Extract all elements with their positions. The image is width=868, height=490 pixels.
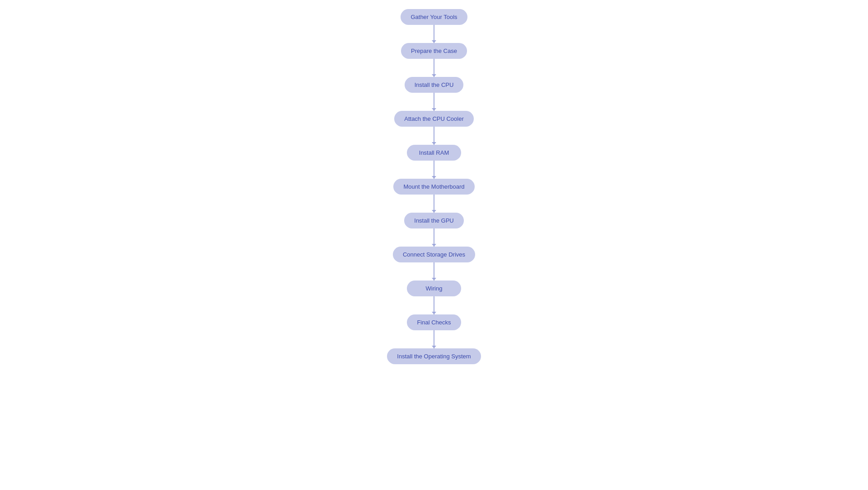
flow-connector-5 <box>434 195 434 213</box>
flow-node-install-cpu[interactable]: Install the CPU <box>405 77 464 93</box>
flow-node-gather-tools[interactable]: Gather Your Tools <box>401 9 467 25</box>
flow-node-connect-storage[interactable]: Connect Storage Drives <box>393 247 475 262</box>
flowchart: Gather Your ToolsPrepare the CaseInstall… <box>387 5 481 378</box>
flow-node-mount-motherboard[interactable]: Mount the Motherboard <box>393 179 474 195</box>
flow-node-install-gpu[interactable]: Install the GPU <box>404 213 463 228</box>
flow-node-prepare-case[interactable]: Prepare the Case <box>401 43 467 59</box>
flow-connector-0 <box>434 25 434 43</box>
flow-connector-6 <box>434 228 434 247</box>
flow-node-final-checks[interactable]: Final Checks <box>407 314 461 330</box>
flow-node-attach-cpu-cooler[interactable]: Attach the CPU Cooler <box>394 111 474 127</box>
flow-node-install-ram[interactable]: Install RAM <box>407 145 461 161</box>
flow-connector-2 <box>434 93 434 111</box>
flow-connector-9 <box>434 330 434 348</box>
flow-node-wiring[interactable]: Wiring <box>407 281 461 296</box>
flow-connector-1 <box>434 59 434 77</box>
flow-connector-4 <box>434 161 434 179</box>
flow-connector-8 <box>434 296 434 314</box>
flow-connector-7 <box>434 262 434 281</box>
flow-connector-3 <box>434 127 434 145</box>
flow-node-install-os[interactable]: Install the Operating System <box>387 348 481 364</box>
